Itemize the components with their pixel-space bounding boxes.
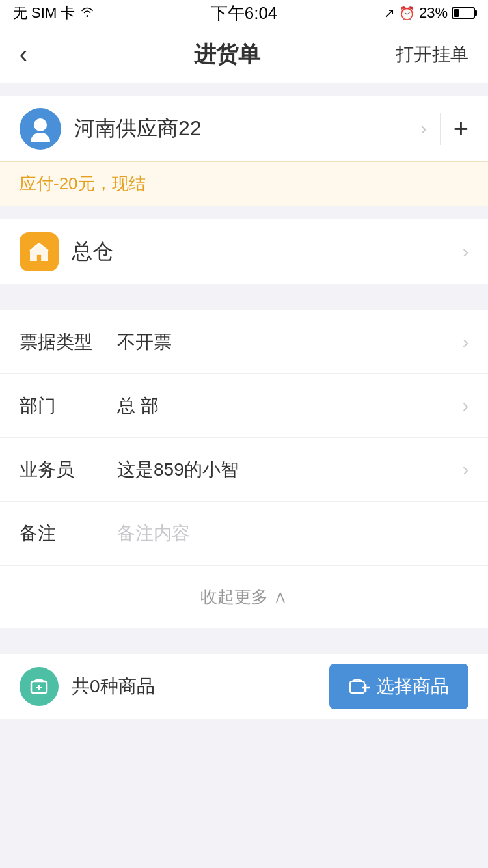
battery-icon [452,7,475,19]
vertical-divider [440,113,441,145]
department-label: 部门 [20,394,111,418]
department-arrow-icon: › [463,396,468,416]
page-title: 进货单 [194,40,260,70]
salesperson-row[interactable]: 业务员 这是859的小智 › [0,438,488,502]
status-time: 下午6:04 [211,2,278,25]
avatar-person-icon [30,118,51,139]
remark-row[interactable]: 备注 备注内容 [0,502,488,565]
salesperson-value: 这是859的小智 [111,457,463,482]
invoice-type-arrow-icon: › [463,332,468,353]
product-count-label: 共0种商品 [72,674,329,699]
status-right: ↗ ⏰ 23% [384,5,475,21]
supplier-arrow-icon: › [420,118,426,139]
salesperson-label: 业务员 [20,457,111,482]
department-value: 总 部 [111,394,463,418]
status-bar: 无 SIM 卡 下午6:04 ↗ ⏰ 23% [0,0,488,26]
department-row[interactable]: 部门 总 部 › [0,374,488,438]
section-divider-1 [0,83,488,96]
supplier-section: 河南供应商22 › + 应付-20元，现结 [0,96,488,206]
battery-percent: 23% [419,5,448,21]
supplier-avatar [20,108,61,150]
form-section: 票据类型 不开票 › 部门 总 部 › 业务员 这是859的小智 › 备注 备注… [0,310,488,628]
notice-bar: 应付-20元，现结 [0,161,488,206]
invoice-type-row[interactable]: 票据类型 不开票 › [0,310,488,374]
collapse-label[interactable]: 收起更多 ∧ [200,587,287,606]
back-button[interactable]: ‹ [20,41,59,68]
notice-text: 应付-20元，现结 [20,174,146,193]
supplier-name: 河南供应商22 [74,115,420,143]
clock-icon: ⏰ [399,5,415,21]
salesperson-arrow-icon: › [463,459,468,480]
supplier-row[interactable]: 河南供应商22 › + [0,96,488,161]
location-icon: ↗ [384,5,395,21]
carrier-label: 无 SIM 卡 [13,3,75,23]
warehouse-arrow-icon: › [463,241,468,262]
warehouse-section: 总仓 › [0,219,488,284]
remark-label: 备注 [20,521,111,546]
select-goods-button[interactable]: 选择商品 [329,664,468,709]
warehouse-icon [20,232,59,271]
invoice-type-label: 票据类型 [20,330,111,355]
warehouse-row[interactable]: 总仓 › [0,219,488,284]
wifi-icon [80,6,94,21]
product-icon [20,667,59,706]
section-divider-3 [0,628,488,641]
collapse-row[interactable]: 收起更多 ∧ [0,565,488,628]
page-bottom [0,719,488,868]
warehouse-name: 总仓 [72,237,463,266]
bottom-bar: 共0种商品 选择商品 [0,654,488,719]
nav-bar: ‹ 进货单 打开挂单 [0,26,488,83]
section-divider-2 [0,284,488,297]
invoice-type-value: 不开票 [111,330,463,355]
status-left: 无 SIM 卡 [13,3,94,23]
select-goods-label: 选择商品 [376,674,449,699]
open-pending-button[interactable]: 打开挂单 [396,42,468,67]
remark-placeholder[interactable]: 备注内容 [111,521,468,546]
add-supplier-button[interactable]: + [454,116,468,142]
